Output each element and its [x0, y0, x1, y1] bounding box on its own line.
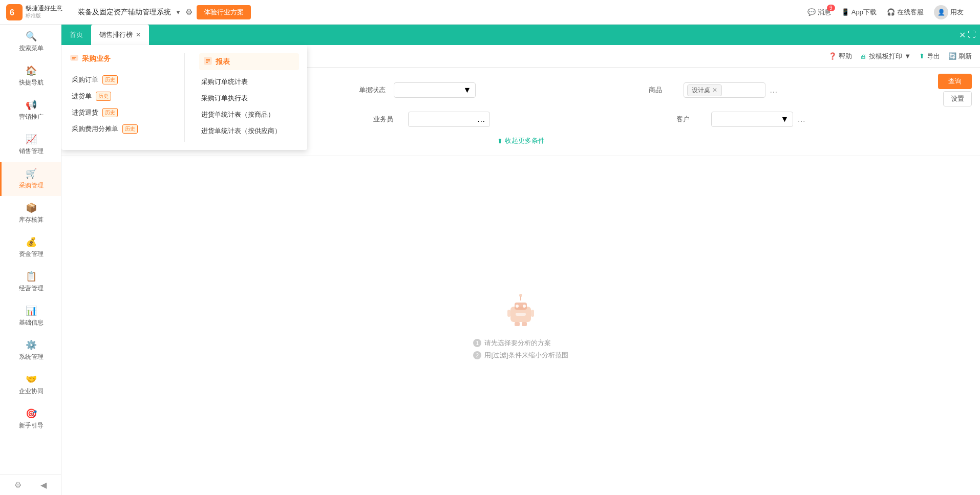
svg-rect-7 [531, 310, 534, 317]
empty-hint-1: 1 请先选择要分析的方案 [473, 338, 551, 348]
sidebar-label-funds: 资金管理 [19, 250, 44, 259]
logo-area: 6 畅捷通好生意 标准版 [6, 4, 68, 20]
purchase-section-label: 采购业务 [82, 54, 111, 63]
home-icon: 🏠 [26, 65, 37, 76]
print-icon: 🖨 [860, 52, 867, 60]
purchase-order-history-tag: 历史 [102, 75, 118, 84]
message-btn[interactable]: 💬 消息 9 [807, 8, 831, 17]
dropdown-purchase-receive[interactable]: 进货单 历史 [70, 91, 170, 102]
refresh-label: 刷新 [958, 52, 972, 61]
receive-history-tag: 历史 [96, 92, 111, 101]
expense-history-tag: 历史 [122, 124, 138, 134]
user-btn[interactable]: 👤 用友 [934, 5, 964, 19]
filter-group-salesperson: 业务员 … [373, 112, 669, 127]
header-middle: 装备及固定资产辅助管理系统 ▼ ⚙ 体验行业方案 [68, 5, 807, 19]
help-btn[interactable]: ❓ 帮助 [828, 52, 852, 61]
customer-ellipsis-btn[interactable]: … [797, 115, 805, 124]
goods-input-area[interactable]: 设计桌 ✕ [684, 82, 765, 98]
sidebar-collapse-btn[interactable]: ◀ [40, 480, 47, 490]
dropdown-report-receive-goods[interactable]: 进货单统计表（按商品） [199, 109, 300, 120]
sidebar-label-basic: 基础信息 [19, 318, 44, 327]
sidebar-item-operations[interactable]: 📋 经营管理 [0, 265, 61, 299]
header-right: 💬 消息 9 📱 App下载 🎧 在线客服 👤 用友 [807, 5, 974, 19]
tab-sales-rank[interactable]: 销售排行榜 ✕ [91, 25, 149, 45]
industry-btn[interactable]: 体验行业方案 [197, 5, 251, 19]
goods-tag-close[interactable]: ✕ [712, 87, 717, 94]
phone-icon: 📱 [841, 8, 849, 16]
tab-home-label: 首页 [70, 30, 83, 39]
salesperson-select[interactable]: … [408, 112, 490, 127]
user-label: 用友 [950, 8, 964, 17]
content-area: 首页 销售排行榜 ✕ ✕ ⛶ ❓ 帮助 🖨 按模板打印 ▼ [61, 25, 980, 495]
purchase-section: 采购业务 采购订单 历史 进货单 历史 进货退货 历史 采购费用分摊单 历史 [70, 53, 170, 142]
filter-group-status: 单据状态 ▼ [359, 82, 640, 98]
collapse-up-icon: ⬆ [497, 137, 503, 145]
online-service-btn[interactable]: 🎧 在线客服 [887, 8, 924, 17]
tab-home[interactable]: 首页 [61, 25, 91, 45]
main-layout: 🔍 搜索菜单 🏠 快捷导航 📢 营销推广 📈 销售管理 🛒 采购管理 📦 库存核… [0, 25, 980, 495]
headset-icon: 🎧 [887, 8, 895, 16]
receive-label: 进货单 [72, 92, 92, 101]
svg-rect-9 [522, 322, 527, 326]
sales-icon: 📈 [26, 134, 37, 145]
dropdown-purchase-return[interactable]: 进货退货 历史 [70, 107, 170, 118]
refresh-btn[interactable]: 🔄 刷新 [948, 52, 972, 61]
sidebar-label-inventory: 库存核算 [19, 216, 44, 224]
svg-rect-6 [507, 310, 510, 317]
sidebar-item-funds[interactable]: 💰 资金管理 [0, 230, 61, 265]
goods-tag: 设计桌 ✕ [687, 84, 722, 96]
filter-group-goods: 商品 设计桌 ✕ … [649, 82, 930, 98]
dropdown-report-order-stats[interactable]: 采购订单统计表 [199, 76, 300, 88]
goods-tag-text: 设计桌 [692, 86, 710, 95]
dropdown-purchase-order[interactable]: 采购订单 历史 [70, 74, 170, 85]
tab-right-btns: ✕ ⛶ [959, 30, 980, 40]
tab-close-window-btn[interactable]: ✕ [959, 30, 966, 40]
sidebar-item-enterprise[interactable]: 🤝 企业协同 [0, 368, 61, 402]
dropdown-report-receive-supplier[interactable]: 进货单统计表（按供应商） [199, 125, 300, 137]
sidebar-item-sales[interactable]: 📈 销售管理 [0, 127, 61, 162]
salesperson-ellipsis: … [477, 115, 485, 124]
reports-section: 报表 采购订单统计表 采购订单执行表 进货单统计表（按商品） 进货单统计表（按供… [199, 53, 300, 142]
tab-bar: 首页 销售排行榜 ✕ ✕ ⛶ [61, 25, 980, 45]
marketing-icon: 📢 [26, 99, 37, 111]
sidebar-label-marketing: 营销推广 [19, 113, 44, 121]
enterprise-icon: 🤝 [26, 374, 37, 385]
operations-icon: 📋 [26, 271, 37, 282]
sidebar: 🔍 搜索菜单 🏠 快捷导航 📢 营销推广 📈 销售管理 🛒 采购管理 📦 库存核… [0, 25, 61, 495]
hint2-label: 用[过滤]条件来缩小分析范围 [484, 351, 568, 360]
print-template-btn[interactable]: 🖨 按模板打印 ▼ [860, 52, 911, 61]
goods-ellipsis-btn[interactable]: … [770, 85, 778, 95]
sidebar-item-guide[interactable]: 🎯 新手引导 [0, 402, 61, 436]
guide-icon: 🎯 [26, 408, 37, 419]
set-btn[interactable]: 设置 [943, 91, 972, 106]
avatar: 👤 [934, 5, 948, 19]
empty-illustration [500, 291, 541, 332]
sidebar-item-marketing[interactable]: 📢 营销推广 [0, 93, 61, 127]
sidebar-item-basic[interactable]: 📊 基础信息 [0, 299, 61, 333]
sidebar-item-quick[interactable]: 🏠 快捷导航 [0, 59, 61, 93]
tab-maximize-btn[interactable]: ⛶ [968, 30, 976, 39]
tab-close-icon[interactable]: ✕ [136, 31, 141, 38]
customer-select[interactable]: ▼ [711, 112, 793, 127]
export-btn[interactable]: ⬆ 导出 [919, 52, 940, 61]
sidebar-item-inventory[interactable]: 📦 库存核算 [0, 196, 61, 230]
sidebar-settings-btn[interactable]: ⚙ [14, 480, 22, 490]
logo-sub-text: 标准版 [26, 12, 62, 19]
collapse-label: 收起更多条件 [505, 136, 545, 145]
sidebar-item-system[interactable]: ⚙️ 系统管理 [0, 333, 61, 368]
query-btn[interactable]: 查询 [938, 74, 972, 89]
status-select[interactable]: ▼ [394, 82, 476, 98]
settings-gear-btn[interactable]: ⚙ [185, 7, 193, 17]
dropdown-purchase-expense[interactable]: 采购费用分摊单 历史 [70, 123, 170, 135]
sidebar-label-quick: 快捷导航 [19, 78, 44, 87]
sidebar-item-purchase[interactable]: 🛒 采购管理 [0, 162, 61, 196]
system-dropdown-btn[interactable]: ▼ [175, 9, 181, 16]
sidebar-item-search[interactable]: 🔍 搜索菜单 [0, 25, 61, 59]
system-title: 装备及固定资产辅助管理系统 [78, 8, 171, 17]
dropdown-report-order-exec[interactable]: 采购订单执行表 [199, 93, 300, 104]
app-download-btn[interactable]: 📱 App下载 [841, 8, 877, 17]
purchase-icon: 🛒 [26, 168, 37, 179]
sidebar-label-search: 搜索菜单 [19, 44, 44, 53]
empty-hint-2: 2 用[过滤]条件来缩小分析范围 [473, 351, 568, 360]
funds-icon: 💰 [26, 236, 37, 248]
